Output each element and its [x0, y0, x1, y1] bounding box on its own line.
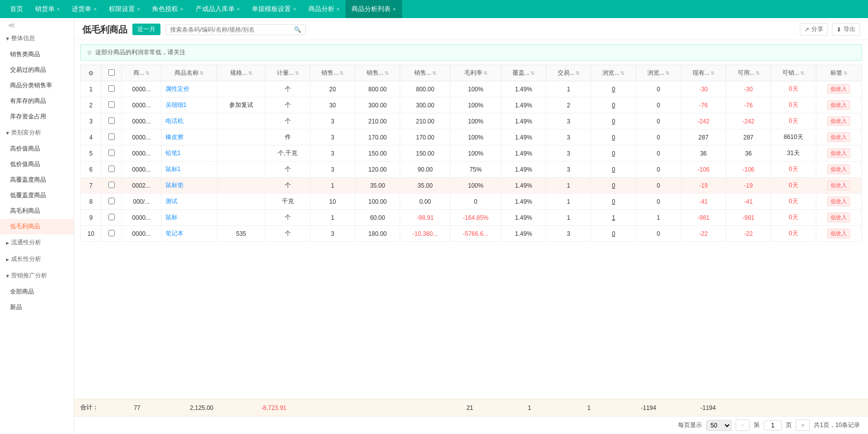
row-browse1[interactable]: 0 — [591, 146, 636, 162]
nav-sales-close[interactable]: × — [57, 6, 60, 12]
nav-permission[interactable]: 权限设置 × — [103, 0, 146, 18]
sidebar-item-all-goods[interactable]: 全部商品 — [0, 284, 74, 300]
row-browse1[interactable]: 0 — [591, 97, 636, 113]
row-select[interactable] — [108, 85, 115, 92]
row-select[interactable] — [108, 117, 115, 124]
col-unit[interactable]: 计量...⇅ — [265, 65, 310, 81]
row-checkbox[interactable] — [101, 146, 122, 162]
row-browse1[interactable]: 0 — [591, 162, 636, 178]
row-browse1[interactable]: 0 — [591, 81, 636, 97]
row-select[interactable] — [108, 198, 115, 204]
nav-product-entry-close[interactable]: × — [237, 6, 240, 12]
col-browse2[interactable]: 浏览...⇅ — [636, 65, 681, 81]
row-checkbox[interactable] — [101, 226, 122, 242]
sidebar-item-sales-goods[interactable]: 销售类商品 — [0, 47, 74, 62]
row-browse1[interactable]: 1 — [591, 210, 636, 226]
row-browse1[interactable]: 0 — [591, 226, 636, 242]
sidebar-item-category-rate[interactable]: 商品分类销售率 — [0, 78, 74, 93]
sidebar-group-growth[interactable]: ▸ 成长性分析 — [0, 251, 74, 267]
nav-purchase-close[interactable]: × — [93, 6, 96, 12]
col-sales-price[interactable]: 销售...⇅ — [355, 65, 400, 81]
row-name[interactable]: 铅笔1 — [161, 146, 217, 162]
row-checkbox[interactable] — [101, 113, 122, 129]
col-current[interactable]: 现有...⇅ — [681, 65, 726, 81]
nav-role-close[interactable]: × — [180, 6, 183, 12]
row-select[interactable] — [108, 230, 115, 236]
row-select[interactable] — [108, 182, 115, 188]
search-icon[interactable]: 🔍 — [294, 26, 301, 33]
col-browse1[interactable]: 浏览...⇅ — [591, 65, 636, 81]
col-sellable[interactable]: 可销...⇅ — [771, 65, 816, 81]
nav-product-entry[interactable]: 产成品入库单 × — [190, 0, 246, 18]
col-code[interactable]: 商...⇅ — [122, 65, 161, 81]
row-browse1[interactable]: 0 — [591, 194, 636, 210]
share-btn[interactable]: ↗ 分享 — [800, 23, 828, 36]
nav-template-close[interactable]: × — [293, 6, 296, 12]
sidebar-collapse-btn[interactable]: ≪ — [6, 20, 18, 30]
nav-analysis-list-close[interactable]: × — [393, 6, 396, 12]
row-browse1[interactable]: 0 — [591, 178, 636, 194]
sidebar-group-marketing[interactable]: ▾ 营销推广分析 — [0, 267, 74, 284]
sidebar-item-inventory-capital[interactable]: 库存资金占用 — [0, 109, 74, 124]
sidebar-item-low-margin[interactable]: 低毛利商品 — [0, 219, 74, 234]
row-select[interactable] — [108, 166, 115, 172]
row-select[interactable] — [108, 214, 115, 220]
sidebar-group-overall[interactable]: ▾ 整体信息 — [0, 30, 74, 47]
col-spec[interactable]: 规格...⇅ — [217, 65, 265, 81]
sidebar-group-category[interactable]: ▾ 类别富分析 — [0, 124, 74, 141]
sidebar-item-low-value[interactable]: 低价值商品 — [0, 157, 74, 172]
sidebar-group-liquidity[interactable]: ▸ 流通性分析 — [0, 234, 74, 251]
nav-analysis-close[interactable]: × — [336, 6, 339, 12]
search-input[interactable] — [170, 26, 294, 33]
row-checkbox[interactable] — [101, 210, 122, 226]
nav-permission-close[interactable]: × — [137, 6, 140, 12]
row-browse1[interactable]: 0 — [591, 113, 636, 129]
export-btn[interactable]: ⬇ 导出 — [832, 23, 860, 36]
sidebar-item-new-goods[interactable]: 新品 — [0, 300, 74, 315]
row-browse1[interactable]: 0 — [591, 129, 636, 146]
col-sales-amount[interactable]: 销售...⇅ — [400, 65, 450, 81]
nav-analysis[interactable]: 商品分析 × — [302, 0, 345, 18]
next-page-btn[interactable]: ＞ — [796, 419, 810, 431]
row-name[interactable]: 笔记本 — [161, 226, 217, 242]
nav-role[interactable]: 角色授权 × — [146, 0, 189, 18]
row-select[interactable] — [108, 133, 115, 140]
row-name[interactable]: 鼠标垫 — [161, 178, 217, 194]
col-name[interactable]: 商品名称⇅ — [161, 65, 217, 81]
sidebar-item-low-coverage[interactable]: 低覆盖度商品 — [0, 188, 74, 203]
select-all-checkbox[interactable] — [108, 69, 115, 76]
row-name[interactable]: 电话机 — [161, 113, 217, 129]
nav-analysis-list[interactable]: 商品分析列表 × — [345, 0, 402, 18]
page-size-select[interactable]: 50 100 200 — [706, 420, 732, 431]
nav-purchase[interactable]: 进货单 × — [66, 0, 102, 18]
col-sales-qty[interactable]: 销售...⇅ — [310, 65, 355, 81]
sidebar-item-high-coverage[interactable]: 高覆盖度商品 — [0, 172, 74, 188]
row-select[interactable] — [108, 150, 115, 156]
page-input[interactable] — [764, 420, 782, 430]
col-gross-rate[interactable]: 毛利率⇅ — [450, 65, 501, 81]
sidebar-item-high-value[interactable]: 高价值商品 — [0, 141, 74, 157]
row-name[interactable]: 橡皮擦 — [161, 129, 217, 146]
col-tag[interactable]: 标签⇅ — [816, 65, 861, 81]
row-name[interactable]: 鼠标1 — [161, 162, 217, 178]
nav-template[interactable]: 单据模板设置 × — [246, 0, 302, 18]
row-name[interactable]: 吴细细1 — [161, 97, 217, 113]
row-name[interactable]: 属性定价 — [161, 81, 217, 97]
row-select[interactable] — [108, 101, 115, 108]
col-checkbox[interactable] — [101, 65, 122, 81]
col-coverage[interactable]: 覆盖...⇅ — [501, 65, 546, 81]
col-available[interactable]: 可用...⇅ — [726, 65, 771, 81]
row-name[interactable]: 鼠标 — [161, 210, 217, 226]
prev-page-btn[interactable]: ＜ — [736, 419, 750, 431]
col-trade[interactable]: 交易...⇅ — [546, 65, 591, 81]
row-checkbox[interactable] — [101, 129, 122, 146]
nav-home[interactable]: 首页 — [4, 0, 29, 18]
row-checkbox[interactable] — [101, 162, 122, 178]
row-checkbox[interactable] — [101, 97, 122, 113]
row-checkbox[interactable] — [101, 194, 122, 210]
row-checkbox[interactable] — [101, 81, 122, 97]
filter-recent-month-btn[interactable]: 近一月 — [132, 24, 160, 35]
sidebar-item-traded-goods[interactable]: 交易过的商品 — [0, 62, 74, 78]
row-name[interactable]: 测试 — [161, 194, 217, 210]
col-settings[interactable]: ⚙ — [81, 65, 101, 81]
